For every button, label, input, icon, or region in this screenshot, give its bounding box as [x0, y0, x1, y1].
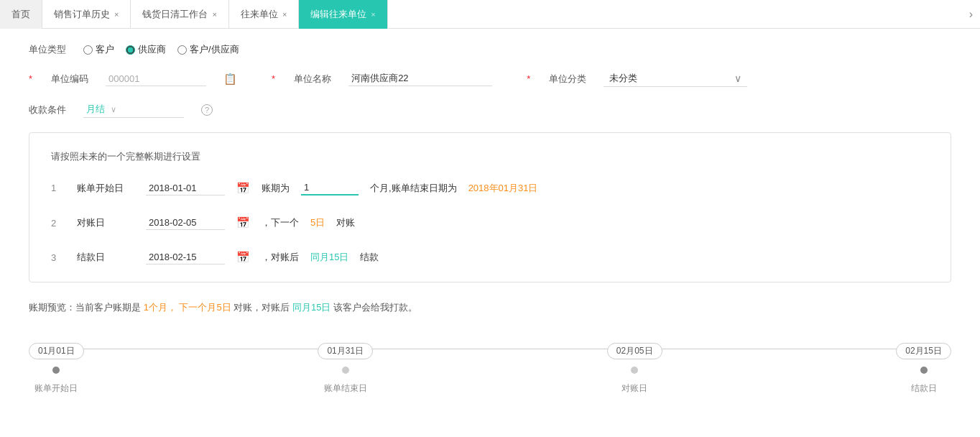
classify-chevron-icon: ∨: [734, 73, 741, 84]
row-highlight-3: 同月15日: [310, 251, 348, 264]
radio-supplier[interactable]: 供应商: [126, 43, 166, 56]
timeline-nodes: 01月01日 账单开始日 01月31日 账单结束日 02月05日 对账日 02月…: [29, 343, 951, 395]
tab-partner-close[interactable]: ×: [282, 10, 287, 19]
radio-supplier-label: 供应商: [138, 43, 166, 56]
row-num-1: 1: [51, 183, 65, 193]
row-desc-suffix-1: 个月,账单结束日期为: [370, 182, 457, 195]
main-content: 单位类型 客户 供应商 客户/供应商 * 单位编码 📋 * 单位名称 * 单位分…: [0, 29, 980, 437]
date-input-2[interactable]: [146, 216, 225, 230]
payment-dropdown[interactable]: 月结 ∨: [83, 101, 184, 118]
node-date-3: 02月15日: [896, 343, 951, 359]
unit-classify-label: 单位分类: [549, 73, 586, 86]
unit-code-copy-icon[interactable]: 📋: [223, 73, 237, 86]
calendar-icon-2[interactable]: 📅: [236, 216, 250, 229]
radio-supplier-input[interactable]: [126, 45, 135, 55]
unit-code-label: 单位编码: [51, 73, 88, 86]
node-dot-1: [342, 367, 349, 374]
preview-section: 账期预览：当前客户账期是 1个月， 下一个月5日 对账，对账后 同月15日 该客…: [29, 290, 951, 314]
unit-code-star: *: [29, 73, 32, 84]
unit-type-label: 单位类型: [29, 43, 66, 56]
period-input[interactable]: [301, 180, 359, 196]
preview-prefix: 账期预览：当前客户账期是: [29, 302, 141, 313]
node-label-0: 账单开始日: [34, 382, 78, 395]
tab-edit-partner[interactable]: 编辑往来单位 ×: [299, 0, 387, 29]
setup-card: 请按照未来的一个完整帐期进行设置 1 账单开始日 📅 账期为 个月,账单结束日期…: [29, 132, 951, 282]
row-type-2: 对账日: [77, 216, 134, 229]
tab-sales-history[interactable]: 销售订单历史 ×: [42, 0, 131, 29]
radio-customer-input[interactable]: [83, 45, 93, 55]
unit-name-label: 单位名称: [294, 73, 331, 86]
row-highlight-2: 5日: [310, 216, 325, 229]
tab-cash-work-close[interactable]: ×: [212, 10, 216, 19]
node-date-1: 01月31日: [318, 343, 373, 359]
unit-name-input[interactable]: [348, 72, 492, 86]
row-num-2: 2: [51, 218, 65, 229]
payment-help-icon[interactable]: ?: [201, 104, 213, 116]
tab-cash-work-label: 钱货日清工作台: [142, 8, 208, 21]
unit-info-row: * 单位编码 📋 * 单位名称 * 单位分类 未分类 ∨: [29, 70, 951, 87]
unit-classify-star: *: [527, 73, 530, 84]
row-desc-3a: ，对账后: [262, 251, 299, 264]
calendar-icon-1[interactable]: 📅: [236, 182, 250, 195]
setup-row-3: 3 结款日 📅 ，对账后 同月15日 结款: [51, 250, 929, 264]
preview-suffix: 该客户会给我打款。: [333, 302, 417, 313]
radio-both-input[interactable]: [177, 45, 187, 55]
tab-partner[interactable]: 往来单位 ×: [229, 0, 299, 29]
row-num-3: 3: [51, 252, 65, 263]
payment-value: 月结: [86, 103, 105, 116]
tab-arrow[interactable]: ›: [962, 8, 980, 21]
preview-p2: 下一个月5日: [179, 302, 231, 313]
radio-both[interactable]: 客户/供应商: [177, 43, 239, 56]
row-desc-2a: ，下一个: [262, 216, 299, 229]
unit-code-input[interactable]: [106, 72, 206, 86]
payment-chevron-icon: ∨: [111, 105, 116, 114]
node-label-3: 结款日: [911, 382, 937, 395]
timeline-node-3: 02月15日 结款日: [896, 343, 951, 395]
row-type-3: 结款日: [77, 251, 134, 264]
timeline-node-1: 01月31日 账单结束日: [318, 343, 373, 395]
preview-p1: 1个月，: [144, 302, 177, 313]
radio-customer[interactable]: 客户: [83, 43, 114, 56]
date-input-1[interactable]: [146, 181, 225, 196]
unit-type-row: 单位类型 客户 供应商 客户/供应商: [29, 43, 951, 56]
tab-edit-partner-close[interactable]: ×: [371, 10, 375, 19]
unit-classify-dropdown[interactable]: 未分类 ∨: [604, 70, 747, 87]
tab-home[interactable]: 首页: [0, 0, 42, 29]
row-highlight-1: 2018年01月31日: [468, 182, 538, 195]
node-date-2: 02月05日: [607, 343, 662, 359]
unit-type-radio-group: 客户 供应商 客户/供应商: [83, 43, 239, 56]
timeline-node-2: 02月05日 对账日: [607, 343, 662, 395]
row-desc-prefix-1: 账期为: [262, 182, 290, 195]
unit-name-star: *: [272, 73, 275, 84]
tab-partner-label: 往来单位: [241, 8, 278, 21]
node-label-1: 账单结束日: [324, 382, 367, 395]
tab-sales-history-close[interactable]: ×: [114, 10, 119, 19]
node-date-0: 01月01日: [29, 343, 84, 359]
preview-p3: 同月15日: [292, 302, 330, 313]
unit-classify-value: 未分类: [609, 72, 637, 85]
tab-cash-work[interactable]: 钱货日清工作台 ×: [131, 0, 228, 29]
radio-customer-label: 客户: [96, 43, 114, 56]
date-input-3[interactable]: [146, 250, 225, 264]
radio-both-label: 客户/供应商: [190, 43, 239, 56]
tab-edit-partner-label: 编辑往来单位: [310, 8, 366, 21]
payment-row: 收款条件 月结 ∨ ?: [29, 101, 951, 118]
tab-sales-history-label: 销售订单历史: [54, 8, 110, 21]
tab-home-label: 首页: [11, 8, 30, 21]
preview-mid: 对账，对账后: [234, 302, 290, 313]
calendar-icon-3[interactable]: 📅: [236, 251, 250, 264]
setup-row-2: 2 对账日 📅 ，下一个 5日 对账: [51, 216, 929, 230]
card-title: 请按照未来的一个完整帐期进行设置: [51, 150, 929, 163]
row-desc-3b: 结款: [360, 251, 379, 264]
node-dot-3: [920, 367, 928, 374]
row-desc-2b: 对账: [336, 216, 355, 229]
row-type-1: 账单开始日: [77, 182, 134, 195]
node-label-2: 对账日: [621, 382, 647, 395]
payment-label: 收款条件: [29, 104, 66, 116]
node-dot-0: [52, 367, 60, 374]
timeline: 01月01日 账单开始日 01月31日 账单结束日 02月05日 对账日 02月…: [29, 328, 951, 402]
tab-bar: 首页 销售订单历史 × 钱货日清工作台 × 往来单位 × 编辑往来单位 × ›: [0, 0, 980, 29]
node-dot-2: [631, 367, 638, 374]
setup-row-1: 1 账单开始日 📅 账期为 个月,账单结束日期为 2018年01月31日: [51, 180, 929, 196]
timeline-node-0: 01月01日 账单开始日: [29, 343, 84, 395]
